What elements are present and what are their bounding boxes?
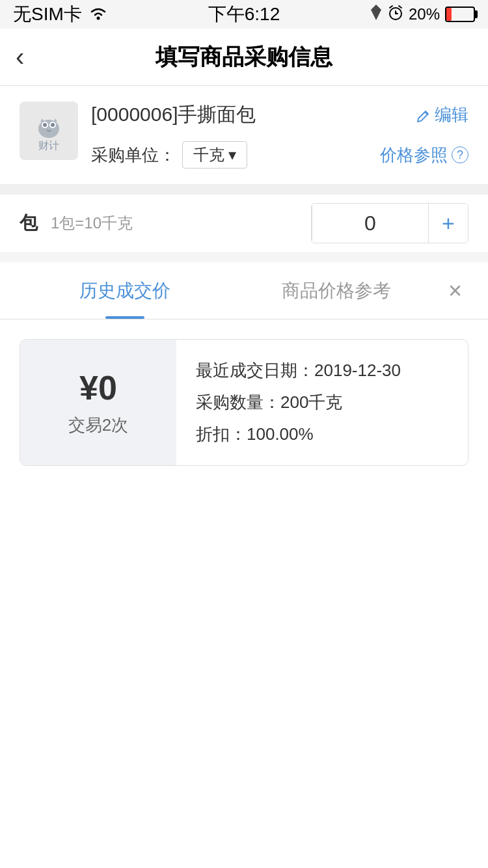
- dropdown-arrow: ▾: [228, 146, 236, 164]
- svg-point-2: [38, 120, 59, 138]
- price-number: 0: [98, 369, 117, 407]
- tab-product-price-label: 商品价格参考: [282, 278, 391, 303]
- wifi-icon: [88, 4, 108, 25]
- status-bar: 无SIM卡 下午6:12 20%: [0, 0, 488, 29]
- unit-select-dropdown[interactable]: 千克 ▾: [182, 141, 247, 169]
- recent-date-label: 最近成交日期：: [196, 360, 314, 380]
- product-section: 财计 [0000006]手撕面包 编辑 采购单位： 千克 ▾: [0, 86, 488, 184]
- quantity-plus-button[interactable]: +: [429, 204, 468, 243]
- svg-point-6: [51, 123, 55, 127]
- unit-label-text: 采购单位：: [91, 144, 176, 167]
- history-card: ¥0 交易2次 最近成交日期：2019-12-30 采购数量：200千克 折扣：…: [20, 339, 468, 466]
- quantity-label: 采购数量：: [196, 392, 280, 412]
- history-price-value: ¥0: [79, 368, 117, 407]
- quantity-input-group: 0 +: [311, 203, 468, 243]
- discount-label: 折扣：: [196, 424, 247, 444]
- tab-product-price[interactable]: 商品价格参考: [230, 262, 441, 319]
- carrier-text: 无SIM卡: [13, 2, 82, 27]
- quantity-hint: 1包=10千克: [51, 213, 298, 234]
- panel-tabs: 历史成交价 商品价格参考 ×: [0, 262, 488, 319]
- quantity-unit: 包: [20, 211, 38, 236]
- status-time: 下午6:12: [208, 2, 280, 27]
- product-name: [0000006]手撕面包: [91, 102, 256, 128]
- bottom-panel: 历史成交价 商品价格参考 × ¥0 交易2次 最近成交日期：2019-12-30…: [0, 262, 488, 485]
- section-separator: [0, 184, 488, 195]
- edit-button[interactable]: 编辑: [416, 103, 468, 126]
- quantity-value[interactable]: 0: [312, 204, 429, 243]
- history-price-summary: ¥0 交易2次: [20, 340, 176, 465]
- unit-value: 千克: [193, 144, 224, 165]
- battery-percent: 20%: [409, 5, 440, 23]
- product-thumb-label: 财计: [38, 139, 59, 153]
- alarm-icon: [388, 5, 403, 25]
- svg-point-0: [96, 17, 100, 20]
- svg-point-5: [43, 123, 47, 127]
- quantity-detail-value: 200千克: [280, 392, 342, 412]
- history-recent-date-row: 最近成交日期：2019-12-30: [196, 359, 448, 382]
- page-title: 填写商品采购信息: [156, 42, 332, 72]
- quantity-row: 包 1包=10千克 0 +: [0, 195, 488, 252]
- price-ref-help-icon: ?: [452, 146, 468, 163]
- status-right: 20%: [370, 5, 475, 25]
- discount-value: 100.00%: [247, 424, 314, 444]
- product-thumbnail: 财计: [20, 102, 78, 160]
- product-owl-icon: [33, 109, 65, 142]
- history-discount-row: 折扣：100.00%: [196, 423, 448, 446]
- unit-label: 采购单位： 千克 ▾: [91, 141, 247, 169]
- main-content-area: [0, 485, 488, 868]
- recent-date-value: 2019-12-30: [314, 360, 401, 380]
- nav-bar: ‹ 填写商品采购信息: [0, 29, 488, 86]
- tab-history-price-label: 历史成交价: [79, 278, 170, 303]
- currency-symbol: ¥: [79, 369, 98, 407]
- history-details: 最近成交日期：2019-12-30 采购数量：200千克 折扣：100.00%: [176, 340, 468, 465]
- status-left: 无SIM卡: [13, 2, 108, 27]
- history-quantity-row: 采购数量：200千克: [196, 391, 448, 414]
- history-times: 交易2次: [68, 414, 128, 437]
- product-name-row: [0000006]手撕面包 编辑: [91, 102, 468, 128]
- battery-icon: [445, 7, 475, 22]
- price-reference-button[interactable]: 价格参照 ?: [380, 144, 468, 167]
- location-icon: [370, 5, 383, 25]
- back-button[interactable]: ‹: [16, 42, 24, 72]
- product-header: 财计 [0000006]手撕面包 编辑 采购单位： 千克 ▾: [20, 102, 468, 169]
- edit-label: 编辑: [435, 103, 468, 126]
- product-unit-row: 采购单位： 千克 ▾ 价格参照 ?: [91, 141, 468, 169]
- edit-icon: [416, 108, 431, 122]
- panel-close-button[interactable]: ×: [442, 277, 468, 305]
- tab-history-price[interactable]: 历史成交价: [20, 262, 230, 319]
- product-thumb-icon: 财计: [33, 109, 65, 153]
- back-icon: ‹: [16, 42, 24, 72]
- product-info: [0000006]手撕面包 编辑 采购单位： 千克 ▾ 价格参照 ?: [91, 102, 468, 169]
- price-ref-label: 价格参照: [380, 144, 448, 167]
- panel-content: ¥0 交易2次 最近成交日期：2019-12-30 采购数量：200千克 折扣：…: [0, 319, 488, 485]
